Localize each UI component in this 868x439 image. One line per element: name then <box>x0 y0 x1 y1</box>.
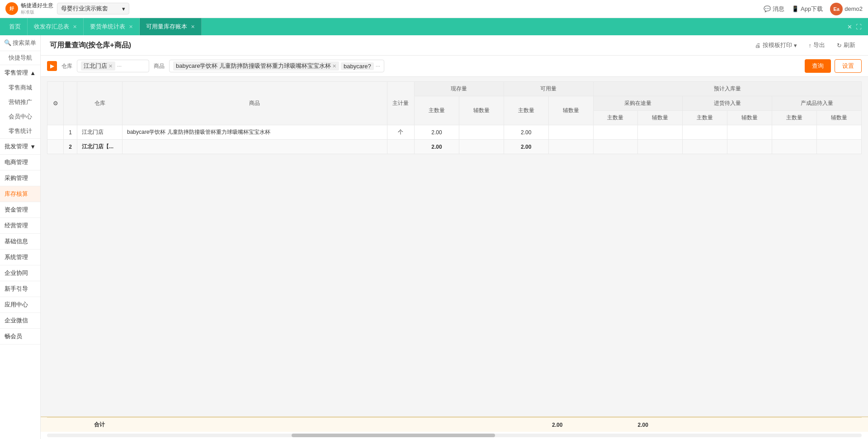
export-btn[interactable]: ↑ 导出 <box>805 40 829 51</box>
row1-stock-main: 2.00 <box>414 125 459 140</box>
tab-receive-summary[interactable]: 收发存汇总表 ✕ <box>28 18 84 35</box>
row1-production-main <box>772 125 817 140</box>
row1-purchase-transit-aux <box>638 125 683 140</box>
table-total-footer: 合计 2.00 2.00 <box>41 416 868 432</box>
print-btn[interactable]: 🖨 按模板打印 ▾ <box>751 40 801 51</box>
total-stock-aux <box>587 418 614 432</box>
row2-purchase-transit-aux <box>638 140 683 154</box>
sidebar-purchase-item[interactable]: 采购管理 <box>0 170 40 186</box>
sidebar-group-finance: 资金管理 <box>0 202 40 218</box>
total-inc-aux <box>780 418 807 432</box>
sidebar-group-inventory: 库存核算 <box>0 186 40 202</box>
sidebar-finance-item[interactable]: 资金管理 <box>0 202 40 217</box>
sidebar-group-appstore: 应用中心 <box>0 297 40 313</box>
sidebar-inventory-item[interactable]: 库存核算 <box>0 186 40 202</box>
warehouse-filter-input[interactable]: 江北门店 ✕ ··· <box>77 60 149 72</box>
logo-text: 畅捷通好生意 <box>21 2 53 9</box>
total-pt-main <box>699 418 726 432</box>
sidebar-group-basic: 基础信息 <box>0 234 40 250</box>
col-settings-header[interactable]: ⚙ <box>47 82 64 125</box>
row2-settings <box>47 140 64 154</box>
settings-gear-icon[interactable]: ⚙ <box>53 100 58 107</box>
sidebar-newguide-item[interactable]: 新手引导 <box>0 281 40 297</box>
sidebar-wholesale-label: 批发管理 <box>5 142 28 151</box>
expand-filter-btn[interactable]: ▶ <box>47 61 57 71</box>
product-tag1-value: babycare学饮杯 儿童防摔防撞吸管杯重力球吸嘴杯宝宝水杯 <box>176 62 331 70</box>
sidebar-retail-label: 零售管理 <box>5 69 28 77</box>
sidebar-enterprise-item[interactable]: 企业协同 <box>0 265 40 281</box>
sidebar-basic-label: 基础信息 <box>5 237 28 245</box>
sidebar-retail-mall-label: 零售商城 <box>9 84 32 91</box>
tab-available-ledger[interactable]: 可用量库存账本 ✕ <box>140 18 202 35</box>
sidebar-item-retail-stats[interactable]: 零售统计 <box>0 124 40 138</box>
row1-num: 1 <box>64 125 77 140</box>
col-production-main-header: 主数量 <box>772 111 817 125</box>
row1-available-main: 2.00 <box>504 125 548 140</box>
product-tag2: babycare? <box>341 62 374 70</box>
sidebar-item-members[interactable]: 会员中心 <box>0 109 40 124</box>
print-chevron-icon: ▾ <box>794 42 797 49</box>
sidebar-enterprise-label: 企业协同 <box>5 269 28 277</box>
close-available-ledger-icon[interactable]: ✕ <box>191 24 195 30</box>
warehouse-tag-close-icon[interactable]: ✕ <box>108 63 113 69</box>
total-settings-cell <box>47 418 63 432</box>
col-unit-header: 主计量 <box>387 82 414 125</box>
user-area[interactable]: Ea demo2 <box>830 3 863 15</box>
sidebar-search[interactable]: 🔍 搜索菜单 <box>0 35 40 51</box>
nav-tabs: 首页 收发存汇总表 ✕ 要货单统计表 ✕ 可用量库存账本 ✕ ✕ ⛶ <box>0 18 868 35</box>
sidebar-retail-stats-label: 零售统计 <box>9 127 32 134</box>
col-purchase-transit-main-header: 主数量 <box>593 111 638 125</box>
scroll-thumb[interactable] <box>292 434 495 437</box>
close-receive-summary-icon[interactable]: ✕ <box>73 24 77 30</box>
warehouse-tag-value: 江北门店 <box>84 62 107 70</box>
warehouse-more-icon[interactable]: ··· <box>117 63 122 69</box>
sidebar-system-item[interactable]: 系统管理 <box>0 250 40 265</box>
sidebar-item-marketing[interactable]: 营销推广 <box>0 95 40 109</box>
tab-home[interactable]: 首页 <box>3 18 28 35</box>
total-prod-aux <box>835 418 862 432</box>
col-rownum-header <box>64 82 77 125</box>
close-order-stats-icon[interactable]: ✕ <box>129 24 133 30</box>
messages-btn[interactable]: 💬 消息 <box>764 5 784 13</box>
col-production-header: 产成品待入量 <box>772 96 862 111</box>
sidebar-group-retail: 零售管理 ▲ 零售商城 营销推广 会员中心 零售统计 <box>0 65 40 139</box>
app-download-btn[interactable]: 📱 App下载 <box>792 5 823 13</box>
query-button[interactable]: 查询 <box>805 59 831 73</box>
col-stock-group-header: 现存量 <box>414 82 504 96</box>
product-tag1: babycare学饮杯 儿童防摔防撞吸管杯重力球吸嘴杯宝宝水杯 ✕ <box>173 61 339 71</box>
product-filter-input[interactable]: babycare学饮杯 儿童防摔防撞吸管杯重力球吸嘴杯宝宝水杯 ✕ babyca… <box>169 60 384 72</box>
total-row: 合计 2.00 2.00 <box>47 418 862 432</box>
tenant-selector[interactable]: 母婴行业演示账套 ▾ <box>57 3 129 14</box>
tab-order-stats-label: 要货单统计表 <box>90 23 125 31</box>
sidebar-group-enterprise: 企业协同 <box>0 265 40 281</box>
product-tag1-close-icon[interactable]: ✕ <box>332 63 336 69</box>
sidebar-ecommerce-item[interactable]: 电商管理 <box>0 155 40 170</box>
refresh-btn[interactable]: ↻ 刷新 <box>833 40 859 51</box>
sidebar-retail-toggle[interactable]: 零售管理 ▲ <box>0 65 40 80</box>
sidebar-quicknav[interactable]: 快捷导航 <box>0 51 40 65</box>
sidebar-appstore-item[interactable]: 应用中心 <box>0 297 40 312</box>
app-download-label: App下载 <box>801 5 823 13</box>
sidebar-item-retail-mall[interactable]: 零售商城 <box>0 80 40 95</box>
top-bar: 好 畅捷通好生意 标准版 母婴行业演示账套 ▾ 💬 消息 📱 App下载 Ea … <box>0 0 868 18</box>
sidebar-wholesale-toggle[interactable]: 批发管理 ▼ <box>0 139 40 154</box>
close-all-icon[interactable]: ✕ <box>847 24 852 30</box>
sidebar-operations-item[interactable]: 经营管理 <box>0 218 40 233</box>
sidebar-basic-item[interactable]: 基础信息 <box>0 234 40 249</box>
settings-button[interactable]: 设置 <box>835 59 862 73</box>
tab-order-stats[interactable]: 要货单统计表 ✕ <box>84 18 140 35</box>
maximize-icon[interactable]: ⛶ <box>856 24 862 30</box>
scroll-track <box>47 434 862 437</box>
horizontal-scrollbar[interactable] <box>41 432 868 439</box>
print-label: 按模板打印 <box>763 41 792 49</box>
total-available-main: 2.00 <box>613 418 672 432</box>
row1-product: babycare学饮杯 儿童防摔防撞吸管杯重力球吸嘴杯宝宝水杯 <box>123 125 387 140</box>
export-label: 导出 <box>813 41 825 49</box>
sidebar-wechat-item[interactable]: 企业微信 <box>0 313 40 328</box>
sidebar-member-item[interactable]: 畅会员 <box>0 329 40 344</box>
row2-available-aux <box>548 140 593 154</box>
avatar: Ea <box>830 3 843 15</box>
product-more-icon[interactable]: ··· <box>376 63 380 69</box>
col-available-main-header: 主数量 <box>504 96 548 125</box>
tab-available-ledger-label: 可用量库存账本 <box>146 23 187 31</box>
